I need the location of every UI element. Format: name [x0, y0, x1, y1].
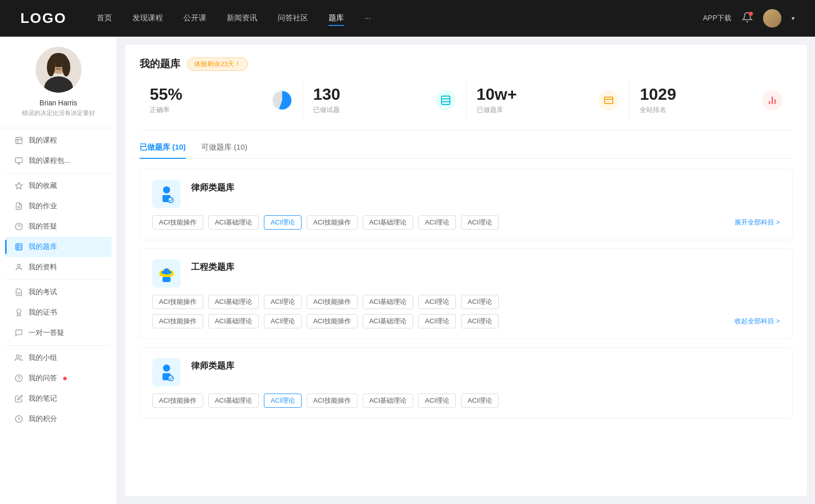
- sidebar-item-courses[interactable]: 我的课程: [5, 130, 112, 151]
- tag-2-0-2[interactable]: ACI理论: [264, 295, 302, 309]
- sidebar-divider-1: [0, 128, 117, 128]
- svg-rect-30: [605, 97, 613, 104]
- stat-banks: 10w+ 已做题库: [467, 81, 630, 120]
- sidebar-item-myqa[interactable]: 我的问答: [5, 368, 112, 388]
- sidebar-item-questions[interactable]: 我的答疑: [5, 216, 112, 237]
- avatar[interactable]: [763, 9, 781, 27]
- qa-notification-dot: [63, 377, 67, 380]
- qbank-tags-3: ACI技能操作 ACI基础理论 ACI理论 ACI技能操作 ACI基础理论 AC…: [152, 394, 780, 408]
- sidebar-label-points: 我的积分: [29, 414, 57, 424]
- tag-2-1-6[interactable]: ACI理论: [461, 314, 499, 328]
- user-avatar-svg: [36, 47, 82, 93]
- qbank-name-2: 工程类题库: [191, 259, 234, 273]
- sidebar-item-certificates[interactable]: 我的证书: [5, 302, 112, 323]
- 1on1-icon: [14, 328, 23, 338]
- tag-2-0-3[interactable]: ACI技能操作: [307, 295, 358, 309]
- sidebar-item-exams[interactable]: 我的考试: [5, 282, 112, 302]
- tag-2-0-1[interactable]: ACI基础理论: [208, 295, 259, 309]
- nav-qa[interactable]: 问答社区: [278, 11, 308, 26]
- tag-2-0-5[interactable]: ACI理论: [418, 295, 456, 309]
- page-header: 我的题库 体验剩余23天！: [140, 57, 793, 71]
- stats-row: 55% 正确率 130 已做试题 10w+: [140, 81, 793, 130]
- svg-point-7: [61, 63, 63, 65]
- nav-more[interactable]: ···: [364, 11, 371, 26]
- sidebar-item-homework[interactable]: 我的作业: [5, 196, 112, 216]
- stat-banks-text: 10w+ 已做题库: [477, 86, 592, 115]
- exams-icon: [14, 288, 23, 297]
- favorites-icon: [14, 181, 23, 190]
- stat-rank: 1029 全站排名: [630, 81, 793, 120]
- expand-link-1[interactable]: 展开全部科目 >: [735, 218, 780, 227]
- sidebar-label-exams: 我的考试: [29, 288, 57, 297]
- courses-icon: [14, 136, 23, 145]
- avatar-dropdown-chevron[interactable]: ▾: [792, 15, 795, 22]
- tag-3-5[interactable]: ACI理论: [418, 394, 456, 408]
- svg-point-23: [16, 355, 19, 357]
- tag-3-2[interactable]: ACI理论: [264, 394, 302, 408]
- logo[interactable]: LOGO: [20, 10, 66, 26]
- qbank-tags-row2: ACI技能操作 ACI基础理论 ACI理论 ACI技能操作 ACI基础理论 AC…: [152, 314, 780, 328]
- sidebar-item-qbank[interactable]: 我的题库: [5, 237, 112, 257]
- tag-2-1-2[interactable]: ACI理论: [264, 314, 302, 328]
- tag-2-1-0[interactable]: ACI技能操作: [152, 314, 203, 328]
- sidebar-item-groups[interactable]: 我的小组: [5, 348, 112, 368]
- sidebar-item-points[interactable]: 我的积分: [5, 409, 112, 429]
- stat-questions: 130 已做试题: [303, 81, 467, 120]
- tag-3-6[interactable]: ACI理论: [461, 394, 499, 408]
- tag-3-4[interactable]: ACI基础理论: [363, 394, 414, 408]
- qbank-card-engineer: 工程类题库 ACI技能操作 ACI基础理论 ACI理论 ACI技能操作 ACI基…: [140, 248, 793, 339]
- svg-rect-43: [162, 277, 171, 282]
- sidebar-label-1on1: 一对一答疑: [29, 328, 64, 338]
- sidebar-item-profile[interactable]: 我的资料: [5, 257, 112, 277]
- sidebar-label-questions: 我的答疑: [29, 222, 57, 231]
- notification-bell[interactable]: [742, 12, 753, 25]
- nav-home[interactable]: 首页: [97, 11, 112, 26]
- sidebar-divider-3: [5, 279, 112, 280]
- sidebar-item-notes[interactable]: 我的笔记: [5, 388, 112, 409]
- tag-2-1-3[interactable]: ACI技能操作: [307, 314, 358, 328]
- tag-1-2[interactable]: ACI理论: [264, 215, 302, 230]
- sidebar-menu: 我的课程 我的课程包... 我的收藏: [0, 130, 117, 429]
- sidebar-label-packages: 我的课程包...: [29, 156, 70, 165]
- tag-3-3[interactable]: ACI技能操作: [307, 394, 358, 408]
- sidebar: Brian Harris 错误的决定比没有决定要好 我的课程 我的课程包...: [0, 37, 117, 504]
- tab-done[interactable]: 已做题库 (10): [140, 143, 186, 158]
- tag-2-1-5[interactable]: ACI理论: [418, 314, 456, 328]
- tab-available[interactable]: 可做题库 (10): [201, 143, 248, 158]
- svg-point-44: [163, 365, 170, 372]
- sidebar-item-packages[interactable]: 我的课程包...: [5, 151, 112, 171]
- qbank-header-2: 工程类题库: [152, 259, 780, 288]
- stat-questions-text: 130 已做试题: [313, 86, 428, 115]
- sidebar-label-groups: 我的小组: [29, 353, 57, 362]
- nav-opencourse[interactable]: 公开课: [183, 11, 206, 26]
- tag-2-0-0[interactable]: ACI技能操作: [152, 295, 203, 309]
- homework-icon: [14, 202, 23, 211]
- sidebar-item-favorites[interactable]: 我的收藏: [5, 176, 112, 196]
- sidebar-item-1on1[interactable]: 一对一答疑: [5, 323, 112, 343]
- qbank-icon: [14, 242, 23, 251]
- tag-2-0-6[interactable]: ACI理论: [461, 295, 499, 309]
- svg-point-35: [163, 186, 170, 193]
- app-download-link[interactable]: APP下载: [703, 14, 731, 23]
- nav-news[interactable]: 新闻资讯: [227, 11, 257, 26]
- nav-qbank[interactable]: 题库: [329, 11, 344, 26]
- avatar-image: [763, 9, 781, 27]
- tag-1-6[interactable]: ACI理论: [461, 215, 499, 230]
- tag-3-1[interactable]: ACI基础理论: [208, 394, 259, 408]
- tag-1-5[interactable]: ACI理论: [418, 215, 456, 230]
- sidebar-label-homework: 我的作业: [29, 202, 57, 211]
- nav-discover[interactable]: 发现课程: [132, 11, 163, 26]
- tag-2-1-4[interactable]: ACI基础理论: [363, 314, 414, 328]
- tag-1-3[interactable]: ACI技能操作: [307, 215, 358, 230]
- tag-1-1[interactable]: ACI基础理论: [208, 215, 259, 230]
- qbank-name-label-3: 律师类题库: [191, 358, 234, 372]
- bell-notification-dot: [749, 12, 753, 16]
- tag-2-0-4[interactable]: ACI基础理论: [363, 295, 414, 309]
- tag-1-0[interactable]: ACI技能操作: [152, 215, 203, 230]
- tag-2-1-1[interactable]: ACI基础理论: [208, 314, 259, 328]
- stat-rank-text: 1029 全站排名: [640, 86, 755, 115]
- stat-accuracy-icon: [272, 90, 292, 110]
- tag-1-4[interactable]: ACI基础理论: [363, 215, 414, 230]
- collapse-link[interactable]: 收起全部科目 >: [735, 317, 780, 326]
- tag-3-0[interactable]: ACI技能操作: [152, 394, 203, 408]
